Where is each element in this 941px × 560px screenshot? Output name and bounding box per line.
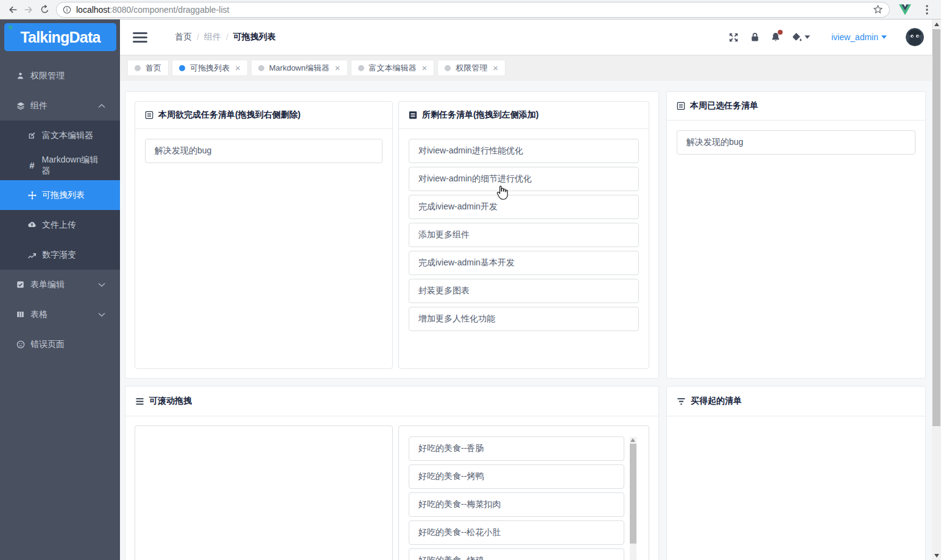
draggable-item[interactable]: 封装更多图表	[409, 279, 639, 303]
notification-bell-icon[interactable]	[770, 32, 781, 43]
draggable-item[interactable]: 完成iview-admin开发	[409, 195, 639, 219]
drop-zone-empty[interactable]	[135, 425, 393, 560]
url-bar[interactable]: localhost:8080/component/draggable-list	[56, 2, 890, 18]
tab-access[interactable]: 权限管理 ×	[437, 60, 506, 76]
page-scrollbar[interactable]	[932, 19, 941, 560]
browser-reload-button[interactable]	[37, 2, 52, 18]
breadcrumb: 首页 / 组件 / 可拖拽列表	[175, 32, 276, 43]
draggable-item[interactable]: 好吃的美食--烤鸭	[409, 464, 624, 489]
fullscreen-icon[interactable]	[728, 32, 739, 43]
draggable-item[interactable]: 好吃的美食--烧鸡	[409, 548, 624, 560]
sidebar: TalkingData 权限管理 组件 富文本编辑器	[0, 19, 120, 560]
username: iview_admin	[831, 32, 878, 42]
sidebar-item-label: 错误页面	[30, 339, 65, 350]
tab-label: 首页	[146, 63, 161, 74]
browser-back-button[interactable]	[5, 2, 21, 18]
tab-close-icon[interactable]: ×	[493, 63, 498, 72]
notification-badge	[778, 30, 783, 35]
draggable-item[interactable]: 好吃的美食--香肠	[409, 436, 624, 461]
sidebar-item-label: Markdown编辑器	[42, 155, 105, 177]
breadcrumb-current: 可拖拽列表	[233, 32, 276, 43]
theme-bucket-icon[interactable]	[791, 32, 810, 43]
scrollable-food-list: 好吃的美食--香肠 好吃的美食--烤鸭 好吃的美食--梅菜扣肉 好吃的美食--松…	[398, 425, 649, 560]
site-info-icon[interactable]	[63, 5, 71, 14]
sidebar-item-table[interactable]: 表格	[0, 299, 120, 329]
logo-accent-square	[9, 26, 12, 29]
bookmark-star-icon[interactable]	[873, 4, 883, 15]
breadcrumb-components[interactable]: 组件	[204, 32, 221, 43]
trending-up-icon	[26, 251, 38, 259]
sidebar-item-error-pages[interactable]: 错误页面	[0, 329, 120, 359]
tab-markdown-editor[interactable]: Markdown编辑器 ×	[251, 60, 348, 76]
sidebar-item-file-upload[interactable]: 文件上传	[0, 210, 120, 240]
tab-rich-text-editor[interactable]: 富文本编辑器 ×	[351, 60, 435, 76]
tab-close-icon[interactable]: ×	[335, 63, 340, 72]
chevron-down-icon	[98, 312, 105, 317]
draggable-item[interactable]: 完成iview-admin基本开发	[409, 251, 639, 275]
draggable-item[interactable]: 解决发现的bug	[677, 130, 915, 155]
list-scrollbar[interactable]	[630, 437, 636, 560]
draggable-item[interactable]: 对iview-admin的细节进行优化	[409, 167, 639, 191]
sidebar-item-components[interactable]: 组件	[0, 91, 120, 121]
move-arrows-icon	[26, 191, 38, 200]
list-filled-icon	[409, 111, 417, 119]
breadcrumb-home[interactable]: 首页	[175, 32, 192, 43]
vue-devtools-icon[interactable]	[897, 2, 913, 18]
app-header: 首页 / 组件 / 可拖拽列表 iview_admin	[120, 19, 932, 55]
lock-icon[interactable]	[750, 32, 760, 43]
weekly-selected-card: 本周已选任务清单 解决发现的bug	[666, 91, 926, 379]
tab-close-icon[interactable]: ×	[235, 63, 241, 72]
sidebar-item-markdown-editor[interactable]: # Markdown编辑器	[0, 150, 120, 180]
draggable-item[interactable]: 好吃的美食--梅菜扣肉	[409, 492, 624, 517]
sidebar-item-label: 权限管理	[30, 71, 65, 82]
card-title: 可滚动拖拽	[149, 396, 192, 407]
sidebar-item-number-gradient[interactable]: 数字渐变	[0, 240, 120, 270]
sidebar-item-draggable-list[interactable]: 可拖拽列表	[0, 180, 120, 210]
sidebar-item-label: 可拖拽列表	[42, 190, 85, 201]
sidebar-item-form-edit[interactable]: 表单编辑	[0, 270, 120, 299]
draggable-item[interactable]: 好吃的美食--松花小肚	[409, 520, 624, 545]
sidebar-toggle-button[interactable]	[133, 32, 147, 43]
scrollbar-thumb[interactable]	[630, 444, 636, 544]
scrollable-drag-card: 可滚动拖拽 好吃的美食--香肠 好吃的美食--烤鸭 好吃的美食--梅菜扣肉 好吃…	[125, 386, 659, 560]
tab-dot	[135, 65, 141, 71]
sidebar-item-rich-text-editor[interactable]: 富文本编辑器	[0, 121, 120, 150]
list-outline-icon	[677, 102, 685, 110]
sidebar-item-label: 数字渐变	[42, 250, 76, 261]
affordable-drop-zone[interactable]	[667, 416, 925, 436]
hash-icon: #	[26, 160, 38, 170]
avatar[interactable]	[906, 28, 924, 46]
person-icon	[15, 72, 26, 80]
app-logo[interactable]: TalkingData	[4, 23, 116, 51]
sidebar-item-label: 表格	[30, 309, 48, 320]
draggable-item[interactable]: 解决发现的bug	[145, 139, 382, 163]
checkbox-icon	[15, 281, 26, 289]
tab-close-icon[interactable]: ×	[422, 63, 428, 72]
tab-draggable-list[interactable]: 可拖拽列表 ×	[172, 60, 248, 76]
scrollbar-up-arrow[interactable]	[630, 438, 635, 442]
browser-menu-icon[interactable]	[919, 2, 935, 18]
sidebar-item-label: 表单编辑	[30, 279, 65, 290]
scrollbar-down-arrow[interactable]	[932, 551, 941, 560]
sidebar-menu: 权限管理 组件 富文本编辑器 # Markdown编辑器	[0, 52, 120, 359]
scrollbar-thumb[interactable]	[932, 29, 940, 426]
tab-label: 富文本编辑器	[369, 63, 417, 74]
layers-icon	[15, 102, 26, 110]
tab-home[interactable]: 首页	[127, 60, 169, 76]
browser-forward-button[interactable]	[21, 2, 37, 18]
draggable-item[interactable]: 对iview-admin进行性能优化	[409, 139, 639, 163]
scrollable-drag-header: 可滚动拖拽	[125, 387, 658, 416]
compose-icon	[26, 131, 38, 139]
breadcrumb-separator: /	[226, 32, 228, 42]
weekly-todo-header: 本周欲完成任务清单(拖拽到右侧删除)	[135, 102, 392, 129]
draggable-item[interactable]: 增加更多人性化功能	[409, 307, 639, 331]
user-menu[interactable]: iview_admin	[831, 32, 887, 42]
funnel-icon	[677, 397, 686, 405]
url-text[interactable]: localhost:8080/component/draggable-list	[76, 5, 229, 15]
tab-dot	[258, 65, 264, 71]
tab-label: Markdown编辑器	[269, 63, 330, 74]
scrollbar-up-arrow[interactable]	[932, 19, 941, 29]
sidebar-item-access[interactable]: 权限管理	[0, 61, 120, 91]
draggable-item[interactable]: 添加更多组件	[409, 223, 639, 247]
sidebar-item-label: 富文本编辑器	[42, 130, 93, 141]
